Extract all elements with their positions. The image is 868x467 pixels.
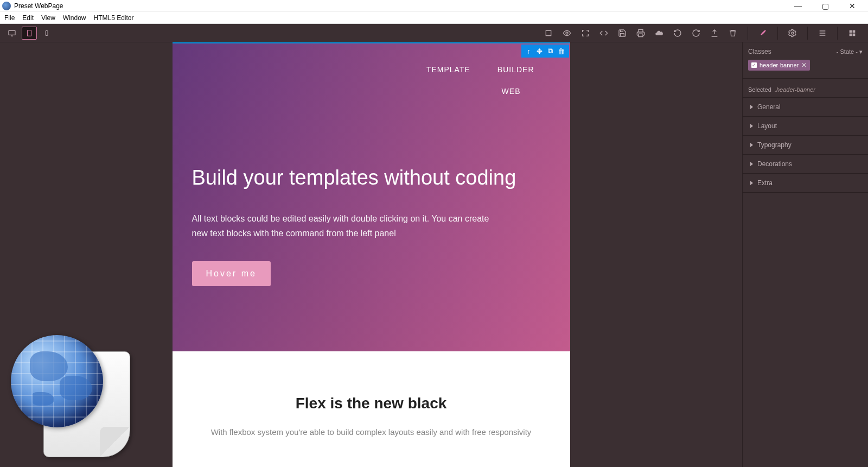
svg-rect-3 <box>546 30 551 35</box>
menu-window[interactable]: Window <box>63 14 86 22</box>
state-selector[interactable]: - State - ▾ <box>837 48 863 55</box>
svg-rect-0 <box>9 30 15 35</box>
menu-html5-editor[interactable]: HTML5 Editor <box>94 14 134 22</box>
delete-icon[interactable]: 🗑 <box>557 46 566 56</box>
nav-template[interactable]: TEMPLATE <box>426 65 470 74</box>
accordion-layout[interactable]: Layout <box>743 116 868 135</box>
undo-icon[interactable] <box>672 27 684 39</box>
remove-class-icon[interactable]: ✕ <box>801 61 807 69</box>
section2-title[interactable]: Flex is the new black <box>200 395 543 412</box>
section2-text[interactable]: With flexbox system you're able to build… <box>200 427 543 437</box>
caret-right-icon <box>750 124 753 128</box>
globe-document-overlay <box>11 335 138 463</box>
hero-nav: TEMPLATE BUILDER <box>192 65 551 74</box>
caret-right-icon <box>750 105 753 109</box>
selection-toolbar: ↑ ✥ ⧉ 🗑 <box>521 45 569 58</box>
svg-point-4 <box>566 32 568 34</box>
menubar: File Edit View Window HTML5 Editor <box>0 12 868 24</box>
device-tablet-button[interactable] <box>22 27 37 40</box>
select-parent-icon[interactable]: ↑ <box>524 46 534 56</box>
flex-section[interactable]: Flex is the new black With flexbox syste… <box>173 351 570 447</box>
menu-edit[interactable]: Edit <box>22 14 34 22</box>
print-icon[interactable] <box>635 27 647 39</box>
accordion-typography[interactable]: Typography <box>743 135 868 154</box>
editor-canvas-area[interactable]: ↑ ✥ ⧉ 🗑 TEMPLATE BUILDER WEB Build your … <box>0 24 742 467</box>
trash-icon[interactable] <box>727 27 739 39</box>
hero-button[interactable]: Hover me <box>192 261 271 286</box>
class-tag[interactable]: ✓ header-banner ✕ <box>748 60 810 71</box>
fullscreen-icon[interactable] <box>579 27 591 39</box>
window-maximize-button[interactable]: ▢ <box>817 2 833 10</box>
upload-icon[interactable] <box>709 27 720 39</box>
nav-builder[interactable]: BUILDER <box>497 65 534 74</box>
app-icon <box>2 2 11 10</box>
header-banner-section[interactable]: ↑ ✥ ⧉ 🗑 TEMPLATE BUILDER WEB Build your … <box>173 42 570 351</box>
class-tag-label: header-banner <box>760 62 799 68</box>
accordion-extra[interactable]: Extra <box>743 173 868 193</box>
style-panel: Classes - State - ▾ ✓ header-banner ✕ Se… <box>742 24 868 467</box>
cloud-icon[interactable] <box>653 27 665 39</box>
page-canvas[interactable]: ↑ ✥ ⧉ 🗑 TEMPLATE BUILDER WEB Build your … <box>173 42 570 467</box>
redo-icon[interactable] <box>690 27 702 39</box>
code-icon[interactable] <box>598 27 610 39</box>
menu-icon[interactable] <box>816 27 828 39</box>
top-toolbar <box>0 24 868 42</box>
gear-icon[interactable] <box>787 27 799 39</box>
hero-title[interactable]: Build your templates without coding <box>192 166 551 190</box>
selected-selector: .header-banner <box>775 86 815 93</box>
svg-point-6 <box>792 32 794 34</box>
accordion-decorations[interactable]: Decorations <box>743 154 868 173</box>
accordion-general[interactable]: General <box>743 97 868 116</box>
caret-right-icon <box>750 143 753 147</box>
caret-right-icon <box>750 162 753 166</box>
grid-icon[interactable] <box>846 27 858 39</box>
svg-rect-2 <box>46 30 48 35</box>
device-mobile-button[interactable] <box>39 27 54 40</box>
svg-rect-10 <box>853 33 856 36</box>
svg-rect-9 <box>850 33 852 36</box>
svg-rect-5 <box>639 34 643 36</box>
move-icon[interactable]: ✥ <box>535 46 545 56</box>
menu-view[interactable]: View <box>41 14 55 22</box>
window-title: Preset WebPage <box>14 2 63 10</box>
copy-icon[interactable]: ⧉ <box>546 46 556 56</box>
window-titlebar: Preset WebPage — ▢ ✕ <box>0 0 868 12</box>
save-icon[interactable] <box>616 27 628 39</box>
nav-web[interactable]: WEB <box>502 87 521 96</box>
checkbox-icon[interactable]: ✓ <box>751 62 757 68</box>
brush-icon[interactable] <box>757 27 769 39</box>
svg-rect-1 <box>28 30 31 36</box>
device-desktop-button[interactable] <box>4 27 20 40</box>
preview-icon[interactable] <box>561 27 573 39</box>
selected-info: Selected .header-banner <box>743 82 868 97</box>
globe-icon <box>11 335 103 427</box>
outline-icon[interactable] <box>542 27 554 39</box>
window-close-button[interactable]: ✕ <box>844 2 860 10</box>
svg-rect-8 <box>853 30 856 33</box>
classes-label: Classes <box>748 48 771 55</box>
menu-file[interactable]: File <box>4 14 15 22</box>
svg-rect-7 <box>850 30 852 33</box>
caret-right-icon <box>750 181 753 185</box>
hero-text[interactable]: All text blocks could be edited easily w… <box>192 211 507 241</box>
window-minimize-button[interactable]: — <box>790 2 806 10</box>
